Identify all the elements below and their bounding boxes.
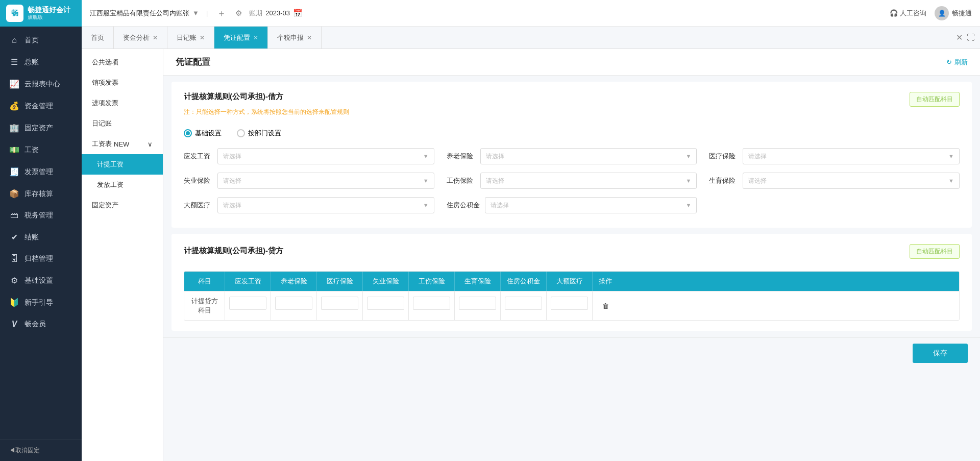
- unemployment-select[interactable]: 请选择 ▼: [217, 173, 434, 189]
- bigmedical-label: 大额医疗: [184, 201, 212, 210]
- bigmedical-select[interactable]: 请选择 ▼: [217, 197, 434, 213]
- refresh-button[interactable]: ↻ 刷新: [946, 58, 968, 67]
- sidebar-item-home[interactable]: ⌂ 首页: [0, 30, 82, 51]
- company-selector[interactable]: 江西服宝精品有限责任公司内账张 ▼: [90, 9, 199, 18]
- sidebar-item-checkout[interactable]: ✔ 结账: [0, 226, 82, 248]
- content-area: 公共选项 销项发票 进项发票 日记账 工资表 NEW ∨ 计提工资: [82, 49, 980, 461]
- radio-dept-circle: [237, 129, 245, 137]
- cell-action[interactable]: 🗑: [593, 292, 618, 320]
- cancel-fixed[interactable]: ◀取消固定: [0, 440, 82, 461]
- input-maternity[interactable]: [459, 297, 496, 310]
- logo-icon: 畅: [6, 5, 23, 22]
- delete-icon[interactable]: 🗑: [602, 302, 609, 310]
- user-menu[interactable]: 👤 畅捷通: [935, 6, 972, 20]
- topbar-right: 🎧 人工咨询 👤 畅捷通: [890, 6, 972, 20]
- input-housingfund[interactable]: [505, 297, 542, 310]
- save-button[interactable]: 保存: [913, 344, 968, 363]
- medical-select[interactable]: 请选择 ▼: [743, 148, 960, 164]
- sidebar-item-archive[interactable]: 🗄 归档管理: [0, 248, 82, 270]
- sidebar-item-settings[interactable]: ⚙ 基础设置: [0, 270, 82, 292]
- tab-close-icon[interactable]: ✕: [956, 33, 963, 42]
- auto-match-credit-button[interactable]: 自动匹配科目: [910, 244, 960, 259]
- sidebar-item-salary[interactable]: 💵 工资: [0, 139, 82, 161]
- tab-tax-close-icon[interactable]: ✕: [307, 34, 312, 41]
- salary-select[interactable]: 请选择 ▼: [217, 148, 434, 164]
- injury-select[interactable]: 请选择 ▼: [480, 173, 697, 189]
- page-content: 凭证配置 ↻ 刷新 计提核算规则(公司承担)-借方 注：只能选择一种方式，系统将…: [163, 49, 980, 461]
- tab-home[interactable]: 首页: [82, 27, 114, 48]
- home-icon: ⌂: [9, 36, 19, 45]
- maternity-select[interactable]: 请选择 ▼: [743, 173, 960, 189]
- unemployment-chevron-icon: ▼: [423, 178, 429, 184]
- cell-unemployment: [363, 292, 409, 320]
- debit-section-title: 计提核算规则(公司承担)-借方: [184, 92, 349, 102]
- leftnav-journal[interactable]: 日记账: [82, 113, 163, 134]
- field-medical: 医疗保险 请选择 ▼: [709, 148, 960, 164]
- assets-icon: 🏢: [9, 123, 19, 133]
- field-unemployment: 失业保险 请选择 ▼: [184, 173, 434, 189]
- salary-chevron-icon: ▼: [423, 153, 429, 159]
- tab-voucher-close-icon[interactable]: ✕: [253, 34, 258, 41]
- leftnav-public[interactable]: 公共选项: [82, 52, 163, 72]
- cell-medical: [317, 292, 363, 320]
- radio-basic[interactable]: 基础设置: [184, 129, 222, 138]
- input-unemployment[interactable]: [367, 297, 404, 310]
- table-header: 科目 应发工资 养老保险 医疗保险 失业保险 工伤保险 生育保险 住房公积金 大…: [184, 272, 959, 291]
- sidebar-item-assets[interactable]: 🏢 固定资产: [0, 117, 82, 139]
- tab-expand-icon[interactable]: ⛶: [967, 33, 975, 42]
- housingfund-select[interactable]: 请选择 ▼: [485, 197, 697, 213]
- period-selector[interactable]: 账期 2023-03 📅: [249, 9, 303, 18]
- headset-icon: 🎧: [890, 9, 898, 17]
- support-button[interactable]: 🎧 人工咨询: [890, 9, 926, 18]
- tab-tax[interactable]: 个税申报 ✕: [268, 27, 322, 48]
- avatar-icon: 👤: [938, 10, 946, 17]
- housingfund-label: 住房公积金: [447, 201, 480, 210]
- calendar-icon[interactable]: 📅: [293, 9, 303, 18]
- new-badge: NEW: [114, 140, 129, 148]
- tab-voucher[interactable]: 凭证配置 ✕: [214, 27, 268, 48]
- company-name: 江西服宝精品有限责任公司内账张: [90, 9, 189, 18]
- sidebar-item-ledger[interactable]: ☰ 总账: [0, 51, 82, 73]
- medical-label: 医疗保险: [709, 152, 738, 161]
- input-injury[interactable]: [413, 297, 450, 310]
- tab-journal-close-icon[interactable]: ✕: [200, 34, 205, 41]
- salary-label: 应发工资: [184, 152, 212, 161]
- leftnav-purchase[interactable]: 进项发票: [82, 93, 163, 113]
- add-company-icon[interactable]: ＋: [215, 7, 228, 19]
- field-injury: 工伤保险 请选择 ▼: [447, 173, 697, 189]
- radio-dept[interactable]: 按部门设置: [237, 129, 281, 138]
- tabbar: 首页 资金分析 ✕ 日记账 ✕ 凭证配置 ✕ 个税申报 ✕ ✕ ⛶: [82, 27, 980, 49]
- leftnav-fixed[interactable]: 固定资产: [82, 195, 163, 215]
- archive-icon: 🗄: [9, 254, 19, 263]
- leftnav-sales[interactable]: 销项发票: [82, 72, 163, 93]
- auto-match-debit-button[interactable]: 自动匹配科目: [910, 92, 960, 107]
- radio-group-debit: 基础设置 按部门设置: [184, 129, 960, 138]
- sidebar-item-member[interactable]: V 畅会员: [0, 313, 82, 335]
- leftnav-payment[interactable]: 发放工资: [82, 175, 163, 195]
- sidebar-item-funds[interactable]: 💰 资金管理: [0, 95, 82, 117]
- input-salary[interactable]: [229, 297, 266, 310]
- input-pension[interactable]: [275, 297, 312, 310]
- tab-journal[interactable]: 日记账 ✕: [167, 27, 214, 48]
- settings-gear-icon[interactable]: ⚙: [233, 9, 244, 18]
- leftnav-payroll-table[interactable]: 工资表 NEW ∨: [82, 134, 163, 154]
- input-bigmedical[interactable]: [551, 297, 588, 310]
- sidebar-item-invoice[interactable]: 🧾 发票管理: [0, 161, 82, 183]
- field-salary: 应发工资 请选择 ▼: [184, 148, 434, 164]
- sidebar-item-reports[interactable]: 📈 云报表中心: [0, 73, 82, 95]
- sidebar-item-tax[interactable]: 🗃 税务管理: [0, 205, 82, 226]
- injury-chevron-icon: ▼: [685, 178, 691, 184]
- tax-icon: 🗃: [9, 211, 19, 220]
- ledger-icon: ☰: [9, 57, 19, 67]
- pension-select[interactable]: 请选择 ▼: [480, 148, 697, 164]
- cell-maternity: [455, 292, 501, 320]
- sidebar-item-guide[interactable]: 🔰 新手引导: [0, 292, 82, 313]
- col-action: 操作: [593, 272, 618, 291]
- tab-funds-close-icon[interactable]: ✕: [153, 34, 158, 41]
- leftnav-accrual[interactable]: 计提工资: [82, 154, 163, 175]
- tab-funds[interactable]: 资金分析 ✕: [114, 27, 167, 48]
- sidebar-item-inventory[interactable]: 📦 库存核算: [0, 183, 82, 205]
- main-area: 江西服宝精品有限责任公司内账张 ▼ | ＋ ⚙ 账期 2023-03 📅 🎧 人…: [82, 0, 980, 461]
- left-navigation: 公共选项 销项发票 进项发票 日记账 工资表 NEW ∨ 计提工资: [82, 49, 163, 461]
- input-medical[interactable]: [321, 297, 358, 310]
